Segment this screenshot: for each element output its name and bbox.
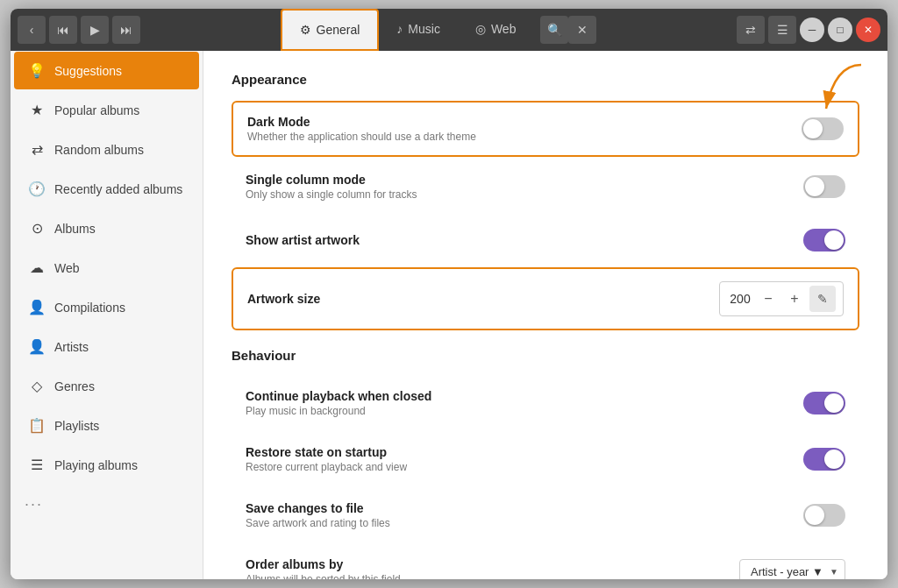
restore-state-row: Restore state on startup Restore current… <box>232 433 859 485</box>
show-artist-artwork-toggle[interactable] <box>803 229 845 251</box>
behaviour-section-title: Behaviour <box>232 348 859 363</box>
minimize-button[interactable]: ─ <box>800 18 824 42</box>
order-albums-info: Order albums by Albums will be sorted by… <box>246 557 401 579</box>
sidebar-item-genres[interactable]: ◇ Genres <box>14 367 199 405</box>
title-bar-right: ⇄ ☰ ─ □ ✕ <box>737 16 880 44</box>
sidebar-item-web[interactable]: ☁ Web <box>14 249 199 287</box>
clock-icon: 🕐 <box>28 181 46 197</box>
appearance-section-title: Appearance <box>232 72 859 87</box>
continue-playback-toggle[interactable] <box>803 392 845 414</box>
arrow-annotation <box>800 56 870 126</box>
continue-playback-label: Continue playback when closed <box>246 389 431 403</box>
dark-mode-info: Dark Mode Whether the application should… <box>247 115 476 143</box>
content-area: 💡 Suggestions ★ Popular albums ⇄ Random … <box>11 51 887 579</box>
continue-playback-desc: Play music in background <box>246 405 431 417</box>
dark-mode-row: Dark Mode Whether the application should… <box>232 101 859 157</box>
title-bar-left: ‹ ⏮ ▶ ⏭ <box>18 16 140 44</box>
maximize-button[interactable]: □ <box>828 18 852 42</box>
tab-bar: ⚙ General ♪ Music ◎ Web 🔍 ✕ <box>144 9 733 51</box>
sidebar: 💡 Suggestions ★ Popular albums ⇄ Random … <box>11 51 203 579</box>
settings-panel: Appearance Dark Mode Whether the applica… <box>203 51 887 579</box>
restore-state-desc: Restore current playback and view <box>246 461 407 473</box>
suggestions-icon: 💡 <box>28 62 46 79</box>
order-albums-dropdown-wrapper: Artist - year ▼ Artist - title Year Titl… <box>739 559 845 580</box>
star-icon: ★ <box>28 102 46 118</box>
view-options-button[interactable]: ⇄ <box>737 16 765 44</box>
single-column-toggle[interactable] <box>803 175 845 198</box>
sidebar-item-playing-albums[interactable]: ☰ Playing albums <box>14 446 199 484</box>
artwork-size-edit[interactable]: ✎ <box>809 286 836 312</box>
order-albums-desc: Albums will be sorted by this field <box>246 573 401 579</box>
gear-icon: ⚙ <box>300 23 311 37</box>
artwork-size-value: 200 <box>727 292 753 306</box>
artists-icon: 👤 <box>28 338 46 355</box>
web-icon: ◎ <box>475 22 486 36</box>
music-icon: ♪ <box>396 22 403 36</box>
sidebar-item-popular-albums[interactable]: ★ Popular albums <box>14 91 199 129</box>
play-button[interactable]: ▶ <box>81 16 109 44</box>
sidebar-item-compilations[interactable]: 👤 Compilations <box>14 288 199 326</box>
cloud-icon: ☁ <box>28 259 46 276</box>
menu-button[interactable]: ☰ <box>768 16 796 44</box>
artwork-size-decrement[interactable]: − <box>757 287 780 310</box>
sidebar-item-artists[interactable]: 👤 Artists <box>14 328 199 365</box>
show-artist-artwork-row: Show artist artwork <box>232 216 859 264</box>
close-button[interactable]: ✕ <box>856 18 880 42</box>
restore-state-info: Restore state on startup Restore current… <box>246 445 407 473</box>
sidebar-item-albums[interactable]: ⊙ Albums <box>14 209 199 247</box>
compilations-icon: 👤 <box>28 299 46 315</box>
artwork-size-label: Artwork size <box>247 292 320 306</box>
order-albums-label: Order albums by <box>246 557 401 571</box>
save-changes-desc: Save artwork and rating to files <box>246 517 390 529</box>
tab-general[interactable]: ⚙ General <box>281 9 380 51</box>
tab-music[interactable]: ♪ Music <box>379 9 458 51</box>
dark-mode-label: Dark Mode <box>247 115 476 129</box>
restore-state-toggle[interactable] <box>803 448 845 471</box>
save-changes-info: Save changes to file Save artwork and ra… <box>246 501 390 529</box>
save-changes-toggle[interactable] <box>803 504 845 527</box>
continue-playback-row: Continue playback when closed Play music… <box>232 377 859 429</box>
search-button[interactable]: 🔍 <box>540 16 568 44</box>
artwork-size-row: Artwork size 200 − + ✎ <box>232 267 859 330</box>
prev-track-button[interactable]: ⏮ <box>49 16 77 44</box>
sidebar-item-playlists[interactable]: 📋 Playlists <box>14 407 199 444</box>
back-button[interactable]: ‹ <box>18 16 46 44</box>
title-bar: ‹ ⏮ ▶ ⏭ ⚙ General ♪ Music ◎ Web 🔍 ✕ ⇄ ☰ … <box>11 9 887 51</box>
show-artist-artwork-label: Show artist artwork <box>246 233 360 247</box>
next-track-button[interactable]: ⏭ <box>112 16 140 44</box>
sidebar-item-suggestions[interactable]: 💡 Suggestions <box>14 52 199 89</box>
continue-playback-info: Continue playback when closed Play music… <box>246 389 431 417</box>
sidebar-more: ... <box>11 485 203 517</box>
artwork-size-info: Artwork size <box>247 292 320 306</box>
order-albums-row: Order albums by Albums will be sorted by… <box>232 545 859 579</box>
dark-mode-desc: Whether the application should use a dar… <box>247 131 476 143</box>
show-artist-artwork-info: Show artist artwork <box>246 233 360 247</box>
single-column-info: Single column mode Only show a single co… <box>246 173 417 201</box>
genres-icon: ◇ <box>28 378 46 394</box>
sidebar-item-recently-added[interactable]: 🕐 Recently added albums <box>14 170 199 208</box>
save-changes-label: Save changes to file <box>246 501 390 515</box>
app-window: ‹ ⏮ ▶ ⏭ ⚙ General ♪ Music ◎ Web 🔍 ✕ ⇄ ☰ … <box>11 9 887 579</box>
playing-icon: ☰ <box>28 457 46 473</box>
close-tab-button[interactable]: ✕ <box>568 16 596 44</box>
artwork-size-increment[interactable]: + <box>783 287 806 310</box>
restore-state-label: Restore state on startup <box>246 445 407 459</box>
artwork-size-control: 200 − + ✎ <box>719 281 844 316</box>
single-column-label: Single column mode <box>246 173 417 187</box>
tab-web[interactable]: ◎ Web <box>458 9 534 51</box>
sidebar-item-random-albums[interactable]: ⇄ Random albums <box>14 131 199 168</box>
single-column-row: Single column mode Only show a single co… <box>232 160 859 213</box>
single-column-desc: Only show a single column for tracks <box>246 188 417 201</box>
playlists-icon: 📋 <box>28 417 46 434</box>
shuffle-icon: ⇄ <box>28 141 46 158</box>
albums-icon: ⊙ <box>28 220 46 237</box>
dark-mode-toggle[interactable] <box>802 117 844 140</box>
order-albums-dropdown[interactable]: Artist - year ▼ Artist - title Year Titl… <box>739 559 845 580</box>
save-changes-row: Save changes to file Save artwork and ra… <box>232 489 859 542</box>
